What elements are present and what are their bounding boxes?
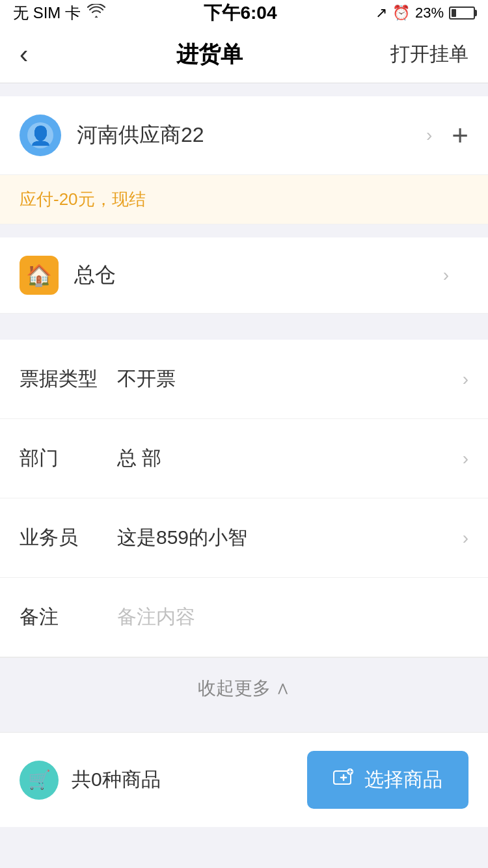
salesperson-chevron-icon: ›	[463, 528, 468, 549]
battery-percent: 23%	[415, 5, 444, 21]
status-bar: 无 SIM 卡 下午6:04 ↗ ⏰ 23%	[0, 0, 488, 26]
warehouse-name: 总仓	[74, 261, 443, 290]
department-chevron-icon: ›	[463, 448, 468, 469]
products-count: 共0种商品	[72, 766, 161, 793]
back-button[interactable]: ‹	[20, 40, 28, 69]
supplier-avatar: 👤	[20, 115, 61, 156]
invoice-type-chevron-icon: ›	[463, 369, 468, 390]
supplier-section: 👤 河南供应商22 › + 应付-20元，现结	[0, 96, 488, 224]
invoice-type-value: 不开票	[98, 366, 463, 392]
warehouse-section: 🏠 总仓 ›	[0, 237, 488, 314]
select-products-label: 选择商品	[364, 766, 442, 793]
carrier-text: 无 SIM 卡	[13, 3, 81, 23]
page-footer	[0, 827, 488, 868]
top-divider	[0, 83, 488, 96]
department-value: 总 部	[98, 445, 463, 472]
remark-label: 备注	[20, 604, 98, 631]
wifi-icon	[87, 4, 105, 22]
remark-row[interactable]: 备注 备注内容	[0, 578, 488, 657]
warehouse-row[interactable]: 🏠 总仓 ›	[0, 237, 488, 314]
location-icon: ↗	[375, 5, 387, 21]
nav-bar: ‹ 进货单 打开挂单	[0, 26, 488, 83]
department-label: 部门	[20, 445, 98, 472]
person-icon: 👤	[29, 125, 52, 146]
page-title: 进货单	[176, 40, 243, 70]
salesperson-value: 这是859的小智	[98, 524, 463, 551]
select-products-button[interactable]: 选择商品	[307, 751, 468, 809]
products-icon-wrap: 🛒	[20, 761, 59, 800]
invoice-type-row[interactable]: 票据类型 不开票 ›	[0, 340, 488, 419]
status-time: 下午6:04	[204, 1, 277, 25]
supplier-name: 河南供应商22	[77, 121, 426, 150]
status-indicators: ↗ ⏰ 23%	[375, 5, 475, 21]
warehouse-icon: 🏠	[26, 263, 52, 288]
add-supplier-button[interactable]: +	[452, 121, 468, 150]
department-row[interactable]: 部门 总 部 ›	[0, 419, 488, 498]
notice-banner: 应付-20元，现结	[0, 175, 488, 224]
collapse-section[interactable]: 收起更多 ∧	[0, 657, 488, 719]
warehouse-icon-wrap: 🏠	[20, 256, 59, 295]
notice-text: 应付-20元，现结	[20, 189, 146, 209]
supplier-chevron-icon: ›	[426, 125, 432, 146]
products-icon: 🛒	[28, 769, 51, 791]
alarm-icon: ⏰	[392, 5, 410, 21]
supplier-row[interactable]: 👤 河南供应商22 › +	[0, 96, 488, 175]
products-info: 🛒 共0种商品	[20, 761, 161, 800]
mid-divider-1	[0, 224, 488, 237]
select-products-icon	[333, 768, 354, 791]
salesperson-label: 业务员	[20, 524, 98, 551]
remark-value[interactable]: 备注内容	[98, 604, 468, 631]
collapse-button[interactable]: 收起更多 ∧	[198, 678, 291, 698]
mid-divider-2	[0, 314, 488, 327]
bottom-bar: 🛒 共0种商品 选择商品	[0, 732, 488, 827]
status-carrier: 无 SIM 卡	[13, 3, 105, 23]
salesperson-row[interactable]: 业务员 这是859的小智 ›	[0, 498, 488, 578]
warehouse-chevron-icon: ›	[443, 265, 449, 286]
invoice-type-label: 票据类型	[20, 366, 98, 392]
battery-icon	[449, 7, 475, 20]
form-section: 票据类型 不开票 › 部门 总 部 › 业务员 这是859的小智 › 备注 备注…	[0, 340, 488, 657]
open-pending-button[interactable]: 打开挂单	[390, 41, 468, 68]
